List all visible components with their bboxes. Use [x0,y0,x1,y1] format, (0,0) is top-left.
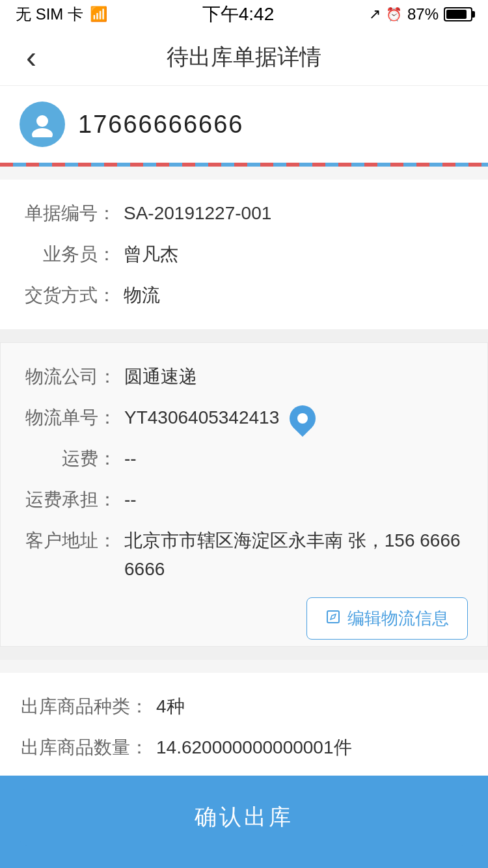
confirm-btn-wrap: 确认出库 [0,776,488,868]
order-no-value: SA-20191227-001 [124,199,468,228]
company-row: 物流公司： 圆通速递 [20,362,468,392]
status-time: 下午4:42 [202,2,275,27]
svg-point-0 [36,115,48,127]
battery-percent: 87% [407,5,439,23]
tracking-value: YT4306405342413 [124,403,468,433]
gps-icon: ↗ [369,6,381,23]
goods-qty-label: 出库商品数量： [20,733,156,763]
freight-bear-value: -- [124,485,468,515]
address-label: 客户地址： [20,526,124,556]
order-info-section: 单据编号： SA-20191227-001 业务员： 曾凡杰 交货方式： 物流 [0,180,488,329]
avatar [20,102,65,147]
salesman-label: 业务员： [20,240,124,269]
section-divider-1 [0,329,488,342]
battery-icon [444,7,472,21]
carrier-text: 无 SIM 卡 [16,4,83,25]
edit-logistics-button[interactable]: 编辑物流信息 [306,597,468,640]
section-divider-2 [0,647,488,660]
svg-point-1 [32,128,53,137]
freight-value: -- [124,444,468,474]
edit-btn-area: 编辑物流信息 [20,597,468,640]
salesman-row: 业务员： 曾凡杰 [20,240,468,269]
goods-qty-row: 出库商品数量： 14.620000000000001件 [20,733,468,763]
salesman-value: 曾凡杰 [124,240,468,269]
back-button[interactable]: ‹ [20,33,43,81]
freight-bear-row: 运费承担： -- [20,485,468,515]
edit-logistics-label: 编辑物流信息 [347,607,449,630]
freight-row: 运费： -- [20,444,468,474]
status-carrier: 无 SIM 卡 📶 [16,4,107,25]
goods-types-label: 出库商品种类： [20,692,156,722]
order-no-row: 单据编号： SA-20191227-001 [20,199,468,228]
goods-qty-value: 14.620000000000001件 [156,733,468,763]
freight-label: 运费： [20,444,124,474]
edit-icon [325,609,341,629]
goods-types-value: 4种 [156,692,468,722]
delivery-value: 物流 [124,281,468,310]
delivery-label: 交货方式： [20,281,124,310]
user-header: 17666666666 [0,86,488,163]
delivery-row: 交货方式： 物流 [20,281,468,310]
tracking-row: 物流单号： YT4306405342413 [20,403,468,433]
page-title: 待出库单据详情 [167,42,321,72]
confirm-outbound-button[interactable]: 确认出库 [20,789,468,846]
company-label: 物流公司： [20,362,124,392]
address-row: 客户地址： 北京市市辖区海淀区永丰南 张，156 6666 6666 [20,526,468,585]
user-phone: 17666666666 [78,111,243,139]
goods-section: 出库商品种类： 4种 出库商品数量： 14.620000000000001件 [0,673,488,769]
address-value: 北京市市辖区海淀区永丰南 张，156 6666 6666 [124,526,468,585]
alarm-icon: ⏰ [386,7,402,22]
location-icon[interactable] [284,400,321,437]
tracking-label: 物流单号： [20,403,124,433]
nav-bar: ‹ 待出库单据详情 [0,29,488,86]
company-value: 圆通速递 [124,362,468,392]
status-bar: 无 SIM 卡 📶 下午4:42 ↗ ⏰ 87% [0,0,488,29]
status-right: ↗ ⏰ 87% [369,5,472,23]
wifi-icon: 📶 [90,6,107,23]
order-no-label: 单据编号： [20,199,124,228]
goods-types-row: 出库商品种类： 4种 [20,692,468,722]
logistics-section: 物流公司： 圆通速递 物流单号： YT4306405342413 运费： -- … [0,342,488,647]
dashed-divider [0,163,488,167]
tracking-number: YT4306405342413 [124,403,279,433]
svg-rect-2 [327,611,339,623]
freight-bear-label: 运费承担： [20,485,124,515]
